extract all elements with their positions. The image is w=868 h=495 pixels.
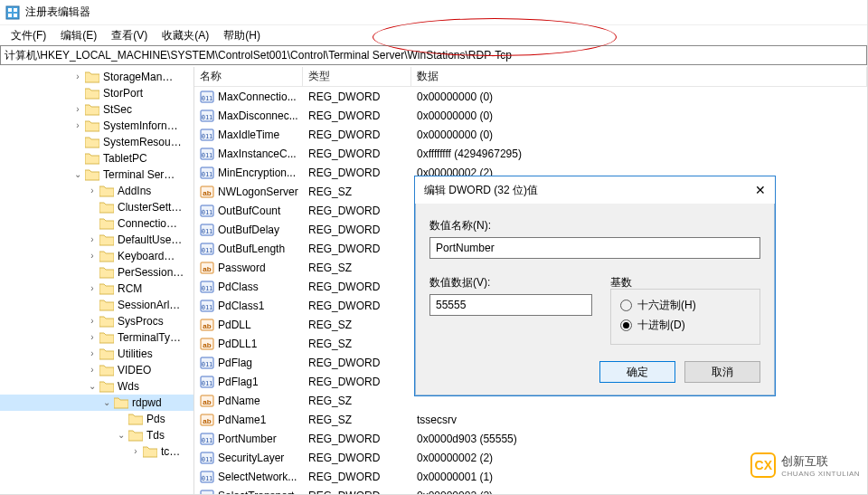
folder-icon	[85, 103, 99, 116]
binary-value-icon: 011	[200, 356, 214, 370]
value-name: NWLogonServer	[218, 186, 298, 198]
tree-item[interactable]: Connectio…	[0, 215, 193, 232]
close-icon[interactable]: ✕	[755, 183, 766, 197]
tree-item[interactable]: ›AddIns	[0, 183, 193, 199]
binary-value-icon: 011	[200, 470, 214, 484]
menu-favorites[interactable]: 收藏夹(A)	[155, 26, 216, 45]
tree-item[interactable]: ›TerminalTy…	[0, 329, 193, 346]
tree-item[interactable]: ›StSec	[0, 101, 193, 118]
chevron-down-icon[interactable]: ⌄	[72, 167, 83, 183]
binary-value-icon: 011	[200, 432, 214, 446]
chevron-right-icon[interactable]: ›	[87, 281, 98, 297]
value-data: tssecsrv	[411, 414, 867, 426]
tree-item-label: Keyboard…	[118, 248, 175, 264]
value-data-field[interactable]	[429, 294, 592, 316]
chevron-right-icon[interactable]: ›	[87, 329, 98, 346]
value-data-label: 数值数据(V):	[429, 275, 592, 290]
tree-item[interactable]: ›VIDEO	[0, 362, 193, 378]
tree-item[interactable]: ›SystemInforn…	[0, 118, 193, 134]
tree-item[interactable]: Pds	[0, 411, 193, 427]
menu-edit[interactable]: 编辑(E)	[53, 26, 104, 45]
tree-pane[interactable]: ›StorageMan…StorPort›StSec›SystemInforn……	[0, 67, 194, 495]
svg-rect-4	[14, 14, 17, 17]
chevron-right-icon[interactable]: ›	[87, 313, 98, 329]
address-bar[interactable]: 计算机\HKEY_LOCAL_MACHINE\SYSTEM\ControlSet…	[0, 45, 867, 65]
chevron-right-icon[interactable]: ›	[87, 248, 98, 264]
tree-item-label: SystemInforn…	[103, 118, 178, 134]
tree-item[interactable]: SessionArl…	[0, 297, 193, 313]
tree-item[interactable]: TabletPC	[0, 150, 193, 167]
col-header-name[interactable]: 名称	[194, 67, 303, 86]
table-row[interactable]: 011PortNumberREG_DWORD0x0000d903 (55555)	[194, 429, 867, 448]
value-type: REG_SZ	[303, 395, 411, 407]
tree-item[interactable]: ›DefaultUse…	[0, 232, 193, 248]
chevron-down-icon[interactable]: ⌄	[101, 395, 112, 411]
chevron-right-icon[interactable]: ›	[87, 346, 98, 362]
svg-text:ab: ab	[203, 341, 211, 349]
chevron-right-icon[interactable]: ›	[87, 232, 98, 248]
svg-rect-1	[8, 8, 12, 12]
tree-item[interactable]: ClusterSett…	[0, 199, 193, 215]
dialog-titlebar[interactable]: 编辑 DWORD (32 位)值 ✕	[415, 176, 775, 204]
chevron-right-icon[interactable]: ›	[72, 69, 83, 85]
folder-icon	[128, 413, 143, 425]
tree-item[interactable]: ⌄rdpwd	[0, 395, 193, 411]
col-header-type[interactable]: 类型	[303, 67, 411, 86]
radio-hex-row[interactable]: 十六进制(H)	[620, 295, 750, 315]
radio-dec-row[interactable]: 十进制(D)	[620, 315, 750, 335]
col-header-data[interactable]: 数据	[411, 67, 867, 86]
tree-item[interactable]: ⌄Tds	[0, 427, 193, 443]
edit-dword-dialog: 编辑 DWORD (32 位)值 ✕ 数值名称(N): 数值数据(V): 基数 …	[414, 176, 776, 396]
value-name: PdName1	[218, 414, 266, 426]
tree-item-label: Terminal Ser…	[103, 167, 175, 183]
menu-file[interactable]: 文件(F)	[4, 26, 53, 45]
svg-text:ab: ab	[203, 189, 211, 197]
tree-item[interactable]: ›RCM	[0, 281, 193, 297]
svg-text:011: 011	[202, 304, 213, 311]
tree-item[interactable]: StorPort	[0, 85, 193, 101]
svg-text:011: 011	[202, 380, 213, 387]
tree-item[interactable]: ›Utilities	[0, 346, 193, 362]
tree-item[interactable]: ⌄Terminal Ser…	[0, 167, 193, 183]
tree-item[interactable]: ⌄Wds	[0, 378, 193, 395]
chevron-right-icon[interactable]: ›	[72, 101, 83, 118]
radio-dec-icon[interactable]	[620, 319, 632, 331]
table-row[interactable]: 011MaxIdleTimeREG_DWORD0x00000000 (0)	[194, 125, 867, 144]
table-row[interactable]: 011MaxConnectio...REG_DWORD0x00000000 (0…	[194, 87, 867, 106]
svg-text:011: 011	[202, 209, 213, 216]
cancel-button[interactable]: 取消	[684, 361, 760, 383]
tree-item[interactable]: ›tc…	[0, 443, 193, 460]
tree-item[interactable]: ›SysProcs	[0, 313, 193, 329]
table-row[interactable]: abPdName1REG_SZtssecsrv	[194, 410, 867, 429]
menu-view[interactable]: 查看(V)	[104, 26, 155, 45]
svg-rect-2	[14, 8, 17, 12]
binary-value-icon: 011	[200, 451, 214, 465]
chevron-down-icon[interactable]: ⌄	[87, 378, 98, 395]
table-row[interactable]: 011MaxInstanceC...REG_DWORD0xffffffff (4…	[194, 144, 867, 163]
value-type: REG_DWORD	[303, 224, 411, 236]
chevron-right-icon[interactable]: ›	[130, 443, 141, 460]
tree-item-label: Wds	[118, 378, 139, 395]
value-name-field[interactable]	[429, 237, 760, 259]
tree-item[interactable]: ›StorageMan…	[0, 69, 193, 85]
ok-button[interactable]: 确定	[599, 361, 675, 383]
tree-item[interactable]: PerSession…	[0, 264, 193, 281]
value-data: 0x00000000 (0)	[411, 109, 867, 122]
tree-item-label: Connectio…	[118, 215, 177, 232]
folder-icon	[99, 282, 114, 295]
chevron-right-icon[interactable]: ›	[87, 362, 98, 378]
chevron-right-icon[interactable]: ›	[87, 183, 98, 199]
binary-value-icon: 011	[200, 109, 214, 123]
folder-icon	[143, 445, 157, 458]
chevron-right-icon[interactable]: ›	[72, 118, 83, 134]
table-row[interactable]: 011SelectTransportREG_DWORD0x00000002 (2…	[194, 486, 867, 495]
table-row[interactable]: 011MaxDisconnec...REG_DWORD0x00000000 (0…	[194, 106, 867, 125]
svg-text:ab: ab	[203, 322, 211, 330]
tree-item[interactable]: SystemResou…	[0, 134, 193, 150]
svg-text:ab: ab	[203, 265, 211, 273]
radio-hex-icon[interactable]	[620, 300, 632, 311]
tree-item[interactable]: ›Keyboard…	[0, 248, 193, 264]
chevron-down-icon[interactable]: ⌄	[116, 427, 127, 443]
svg-rect-3	[8, 14, 12, 17]
menu-help[interactable]: 帮助(H)	[216, 26, 268, 45]
